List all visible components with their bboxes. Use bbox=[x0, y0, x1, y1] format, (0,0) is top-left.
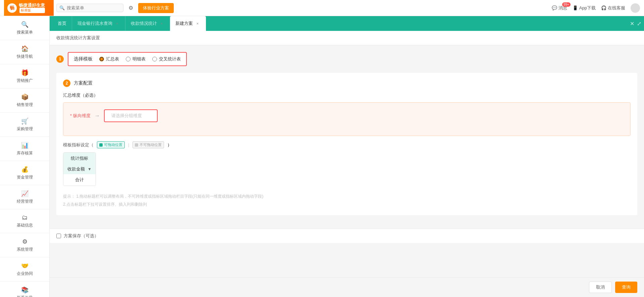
inventory-icon: 📊 bbox=[21, 142, 29, 149]
search-icon: 🔍 bbox=[59, 5, 65, 10]
tab-close-btn[interactable]: ✕ bbox=[630, 20, 634, 27]
radio-summary[interactable]: 汇总表 bbox=[99, 56, 119, 62]
dimension-title: 汇总维度（必选） bbox=[63, 92, 631, 98]
radio-crosstab[interactable]: 交叉统计表 bbox=[152, 56, 181, 62]
app-icon: 📱 bbox=[573, 5, 578, 10]
sidebar-item-operations[interactable]: 📈 经营管理 bbox=[0, 185, 49, 209]
logo-icon: 畅 bbox=[7, 3, 17, 13]
step1-title: 选择模板 bbox=[74, 56, 93, 62]
guide-icon: 📚 bbox=[21, 286, 29, 294]
main-wrapper: 🔍 搜索菜单 🏠 快捷导航 🎁 营销推广 📦 销售管理 🛒 采购管理 📊 库存核… bbox=[0, 16, 644, 297]
cooperation-icon: 🤝 bbox=[21, 262, 29, 269]
app-download-link[interactable]: 📱 App下载 bbox=[573, 5, 596, 11]
system-icon: ⚙ bbox=[22, 238, 28, 245]
purchase-icon: 🛒 bbox=[21, 117, 29, 125]
query-button[interactable]: 查询 bbox=[615, 282, 637, 293]
metrics-section: 模板指标设定（ 可拖动位置 | 不可拖动位置 ） bbox=[63, 141, 631, 208]
tab-bar: 首页 现金银行流水查询 × 收款情况统计 × 新建方案 × ✕ ⤢ bbox=[50, 16, 644, 31]
sidebar-item-search[interactable]: 🔍 搜索菜单 bbox=[0, 16, 49, 40]
notification-button[interactable]: 💬 消息 99+ bbox=[552, 5, 567, 11]
step2-section: 2 方案配置 汇总维度（必选） * 纵向维度 → 请选择分组维度 bbox=[56, 73, 637, 215]
dim-required-label: * 纵向维度 bbox=[70, 113, 91, 119]
sidebar-item-cooperation[interactable]: 🤝 企业协同 bbox=[0, 257, 49, 282]
metric-name: 收款金额 bbox=[67, 166, 85, 172]
service-icon: 🎧 bbox=[601, 5, 606, 10]
operations-icon: 📈 bbox=[21, 190, 29, 197]
page-header: 收款情况统计方案设置 bbox=[50, 31, 644, 45]
step2-num: 2 bbox=[63, 80, 70, 87]
finance-icon: 💰 bbox=[21, 166, 29, 173]
metrics-label: 模板指标设定（ bbox=[63, 142, 94, 148]
tab-cashflow-close[interactable]: × bbox=[114, 21, 120, 26]
page-content: 收款情况统计方案设置 1 选择模板 汇总表 bbox=[50, 31, 644, 277]
logo-badge: 标准版 bbox=[19, 8, 45, 13]
top-header: 畅 畅捷通好生意 标准版 🔍 ⚙ 体验行业方案 💬 消息 99+ 📱 App下载… bbox=[0, 0, 644, 16]
tab-controls: ✕ ⤢ bbox=[630, 20, 641, 27]
draggable-badge: 可拖动位置 bbox=[97, 141, 125, 148]
logo-name: 畅捷通好生意 bbox=[19, 3, 45, 8]
save-label: 方案保存（可选） bbox=[64, 233, 99, 239]
header-right: 💬 消息 99+ 📱 App下载 🎧 在线客服 bbox=[552, 3, 640, 13]
user-avatar[interactable] bbox=[631, 3, 640, 13]
logo-area: 畅 畅捷通好生意 标准版 bbox=[4, 0, 54, 16]
sidebar-item-purchase[interactable]: 🛒 采购管理 bbox=[0, 113, 49, 137]
tips-area: 提示： 1.拖动标题栏可以调整布局，不可跨维度或指标区域拖动栏目字段(只能在同一… bbox=[63, 192, 631, 208]
search-sidebar-icon: 🔍 bbox=[21, 21, 29, 28]
template-box: 选择模板 汇总表 明细表 bbox=[68, 52, 187, 66]
radio-detail[interactable]: 明细表 bbox=[126, 56, 146, 62]
metric-value-row: 合计 bbox=[63, 174, 96, 186]
tab-newplan[interactable]: 新建方案 × bbox=[170, 16, 206, 31]
trial-button[interactable]: 体验行业方案 bbox=[138, 3, 174, 13]
tab-newplan-close[interactable]: × bbox=[195, 21, 200, 26]
tip-1: 提示： 1.拖动标题栏可以调整布局，不可跨维度或指标区域拖动栏目字段(只能在同一… bbox=[63, 192, 631, 200]
basics-icon: 🗂 bbox=[22, 214, 28, 221]
sales-icon: 📦 bbox=[21, 93, 29, 101]
metric-table: 统计指标 收款金额 ▼ 合计 bbox=[63, 152, 96, 186]
tab-payment-close[interactable]: × bbox=[159, 21, 164, 26]
page-title: 收款情况统计方案设置 bbox=[56, 35, 100, 40]
notification-badge: 99+ bbox=[562, 2, 571, 7]
nondraggable-badge: 不可拖动位置 bbox=[132, 141, 164, 148]
content-area: 首页 现金银行流水查询 × 收款情况统计 × 新建方案 × ✕ ⤢ bbox=[50, 16, 644, 297]
dimension-area: * 纵向维度 → 请选择分组维度 bbox=[63, 102, 631, 136]
tab-cashflow[interactable]: 现金银行流水查询 × bbox=[72, 16, 125, 31]
draggable-dot bbox=[99, 143, 103, 147]
tab-payment[interactable]: 收款情况统计 × bbox=[125, 16, 170, 31]
gear-button[interactable]: ⚙ bbox=[126, 3, 136, 13]
step2-title: 方案配置 bbox=[74, 80, 93, 86]
step2-header: 2 方案配置 bbox=[63, 80, 631, 87]
sidebar-item-system[interactable]: ⚙ 系统管理 bbox=[0, 233, 49, 257]
search-input[interactable] bbox=[67, 5, 117, 10]
sidebar-item-guide[interactable]: 📚 新手引导 bbox=[0, 282, 49, 297]
sidebar-item-inventory[interactable]: 📊 库存核算 bbox=[0, 137, 49, 161]
sidebar-item-basics[interactable]: 🗂 基础信息 bbox=[0, 209, 49, 233]
save-checkbox[interactable] bbox=[56, 234, 61, 238]
search-bar[interactable]: 🔍 bbox=[56, 4, 123, 12]
metric-dropdown-icon[interactable]: ▼ bbox=[88, 167, 92, 171]
dim-arrow-icon: → bbox=[95, 113, 100, 119]
metrics-legend: 模板指标设定（ 可拖动位置 | 不可拖动位置 ） bbox=[63, 141, 631, 148]
tab-home[interactable]: 首页 bbox=[52, 16, 72, 31]
message-icon: 💬 bbox=[552, 5, 557, 10]
sidebar-item-sales[interactable]: 📦 销售管理 bbox=[0, 89, 49, 113]
form-area: 1 选择模板 汇总表 明细表 bbox=[50, 45, 644, 229]
metric-label-row: 收款金额 ▼ bbox=[63, 164, 96, 174]
template-radio-group: 汇总表 明细表 交叉统计表 bbox=[99, 56, 181, 62]
sidebar-item-finance[interactable]: 💰 资金管理 bbox=[0, 161, 49, 185]
step1-num: 1 bbox=[56, 55, 64, 63]
dim-select-box[interactable]: 请选择分组维度 bbox=[104, 109, 158, 122]
metric-header: 统计指标 bbox=[63, 153, 96, 164]
cancel-button[interactable]: 取消 bbox=[589, 282, 612, 293]
tab-expand-btn[interactable]: ⤢ bbox=[637, 20, 641, 27]
online-service-link[interactable]: 🎧 在线客服 bbox=[601, 5, 625, 11]
save-section: 方案保存（可选） bbox=[50, 229, 644, 243]
dimension-row: * 纵向维度 → 请选择分组维度 bbox=[70, 109, 158, 122]
sidebar: 🔍 搜索菜单 🏠 快捷导航 🎁 营销推广 📦 销售管理 🛒 采购管理 📊 库存核… bbox=[0, 16, 50, 297]
tip-2: 2.点击标题栏下拉可设置排序、插入列和删除列 bbox=[63, 200, 631, 208]
step1-section: 1 选择模板 汇总表 明细表 bbox=[56, 52, 637, 66]
footer-actions: 取消 查询 bbox=[50, 277, 644, 297]
gift-icon: 🎁 bbox=[21, 69, 29, 77]
sidebar-item-quicknav[interactable]: 🏠 快捷导航 bbox=[0, 40, 49, 64]
sidebar-item-marketing[interactable]: 🎁 营销推广 bbox=[0, 64, 49, 89]
home-icon: 🏠 bbox=[21, 45, 29, 52]
